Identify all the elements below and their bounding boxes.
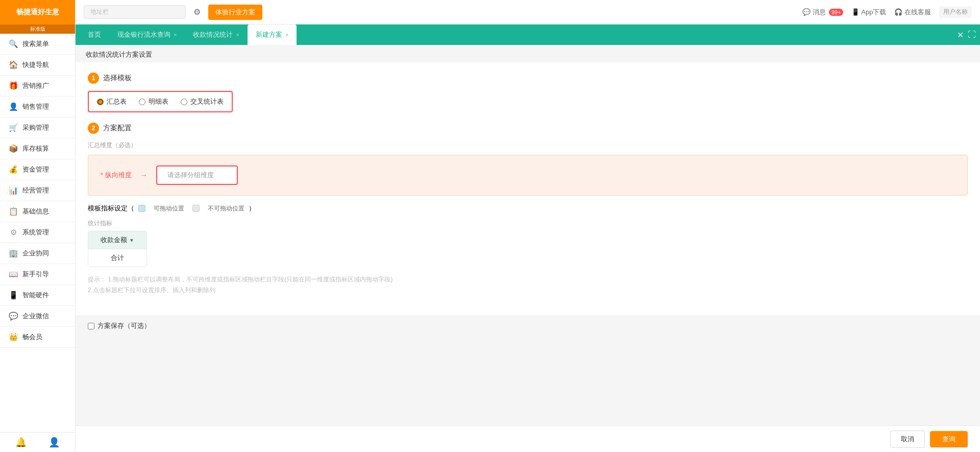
- device-icon: 📱: [8, 290, 18, 300]
- service-label: 在线客服: [904, 8, 931, 16]
- sidebar-item-purchase[interactable]: 🛒 采购管理: [0, 117, 75, 138]
- step1-num: 1: [88, 73, 99, 84]
- close-icon[interactable]: ×: [174, 32, 177, 38]
- radio-summary[interactable]: 汇总表: [97, 97, 127, 106]
- sidebar: 畅捷通好生意 标准版 🔍 搜索菜单 🏠 快捷导航 🎁 营销推广 👤 销售管理 🛒…: [0, 0, 76, 452]
- sidebar-item-inventory[interactable]: 📦 库存核算: [0, 138, 75, 159]
- save-option: 方案保存（可选）: [76, 315, 980, 337]
- step2-section: 2 方案配置 汇总维度（必选） * 纵向维度 → 请选择分组维度: [88, 123, 968, 295]
- sidebar-item-operations[interactable]: 📊 经营管理: [0, 180, 75, 201]
- main-area: 地址栏 ⚙ 体验行业方案 💬 消息 99+ 📱 App下载 🎧 在线客服 用户名…: [76, 0, 980, 452]
- service-section[interactable]: 🎧 在线客服: [894, 8, 931, 17]
- tab-bar: 首页 现金银行流水查询 × 收款情况统计 × 新建方案 × ✕ ⛶: [76, 25, 980, 45]
- industry-btn[interactable]: 体验行业方案: [208, 5, 262, 20]
- template-options: 汇总表 明细表 交叉统计表: [88, 91, 233, 112]
- sidebar-item-hardware[interactable]: 📱 智能硬件: [0, 285, 75, 306]
- sidebar-item-enterprise[interactable]: 🏢 企业协同: [0, 243, 75, 264]
- sidebar-item-marketing[interactable]: 🎁 营销推广: [0, 76, 75, 97]
- sidebar-logo-text: 畅捷通好生意: [16, 8, 59, 17]
- radio-cross-label: 交叉统计表: [190, 97, 224, 106]
- sidebar-item-nav[interactable]: 🏠 快捷导航: [0, 55, 75, 76]
- indicator-settings-header: 模板指标设定（ 可拖动位置 不可拖动位置 ）: [88, 204, 968, 213]
- message-badge: 99+: [829, 9, 844, 16]
- tip-2: 2.点击标题栏下拉可设置排序、插入列和删除列: [88, 286, 968, 295]
- save-checkbox[interactable]: [88, 323, 94, 329]
- maximize-icon[interactable]: ⛶: [968, 30, 976, 40]
- indicator-table-section: 统计指标 收款金额 ▼ 合计: [88, 219, 968, 267]
- radio-detail[interactable]: 明细表: [139, 97, 168, 106]
- content-area: 收款情况统计方案设置 1 选择模板 汇总表 明细表: [76, 45, 980, 425]
- radio-summary-input[interactable]: [97, 99, 104, 105]
- query-button[interactable]: 查询: [930, 431, 968, 447]
- tab-home[interactable]: 首页: [80, 25, 109, 45]
- chart-icon: 📊: [8, 185, 18, 196]
- sidebar-item-label: 企业微信: [22, 312, 49, 321]
- close-icon[interactable]: ×: [236, 32, 239, 38]
- step1-title: 选择模板: [103, 74, 132, 83]
- indicator-table-body: 合计: [88, 249, 146, 267]
- radio-cross-input[interactable]: [181, 99, 187, 105]
- download-section[interactable]: 📱 App下载: [851, 8, 886, 17]
- sidebar-item-label: 经营管理: [22, 186, 49, 195]
- user-icon: 👤: [8, 102, 18, 112]
- close-icon[interactable]: ×: [285, 32, 288, 38]
- arrow-icon: →: [140, 171, 148, 180]
- sidebar-bottom-right[interactable]: 👤: [48, 437, 60, 448]
- tab-new-plan[interactable]: 新建方案 ×: [248, 25, 297, 45]
- step2-header: 2 方案配置: [88, 123, 968, 134]
- legend-close-paren: ）: [249, 204, 255, 213]
- dimension-area: * 纵向维度 → 请选择分组维度: [88, 155, 968, 196]
- header-left: 地址栏 ⚙ 体验行业方案: [84, 5, 262, 20]
- tab-cashflow[interactable]: 现金银行流水查询 ×: [109, 25, 185, 45]
- dimension-select[interactable]: 请选择分组维度: [156, 165, 238, 185]
- sidebar-item-label: 资金管理: [22, 165, 49, 174]
- sidebar-item-label: 营销推广: [22, 81, 49, 90]
- cancel-button[interactable]: 取消: [890, 431, 925, 448]
- gift-icon: 🎁: [8, 81, 18, 91]
- page-header: 收款情况统计方案设置: [76, 45, 980, 62]
- step1-section: 1 选择模板 汇总表 明细表 交叉统计表: [88, 73, 968, 112]
- bottom-bar: 取消 查询: [76, 425, 980, 452]
- legend-items: 可拖动位置 不可拖动位置: [138, 204, 244, 213]
- radio-detail-input[interactable]: [139, 99, 145, 105]
- sidebar-item-label: 快捷导航: [22, 60, 49, 69]
- sidebar-item-guide[interactable]: 📖 新手引导: [0, 264, 75, 285]
- indicator-header-cell[interactable]: 收款金额 ▼: [88, 231, 146, 249]
- sidebar-bottom-left[interactable]: 🔔: [15, 437, 27, 448]
- book-icon: 📖: [8, 269, 18, 279]
- sidebar-item-system[interactable]: ⚙ 系统管理: [0, 222, 75, 243]
- sidebar-item-label: 新手引导: [22, 270, 49, 279]
- indicator-total-cell: 合计: [88, 249, 146, 267]
- breadcrumb: 收款情况统计方案设置: [86, 51, 152, 58]
- sidebar-item-basic-info[interactable]: 📋 基础信息: [0, 201, 75, 222]
- settings-button[interactable]: ⚙: [190, 5, 204, 19]
- sidebar-item-member[interactable]: 👑 畅会员: [0, 327, 75, 348]
- indicator-section-label: 统计指标: [88, 219, 968, 228]
- cart-icon: 🛒: [8, 123, 18, 133]
- tab-new-plan-label: 新建方案: [256, 30, 282, 39]
- tip-1: 提示： 1.拖动标题栏可以调整布局，不可跨维度或指标区域拖动栏目字段(只能在同一…: [88, 275, 968, 284]
- sidebar-item-label: 系统管理: [22, 228, 49, 237]
- dimension-label-text: 汇总维度（必选）: [88, 141, 137, 149]
- user-name: 用户名称: [939, 6, 972, 18]
- sidebar-item-label: 库存核算: [22, 144, 49, 153]
- address-bar[interactable]: 地址栏: [84, 5, 186, 19]
- legend-non-draggable-box: [192, 205, 200, 212]
- message-section[interactable]: 💬 消息 99+: [802, 8, 843, 17]
- indicator-table-header: 收款金额 ▼: [88, 231, 146, 249]
- home-icon: 🏠: [8, 60, 18, 70]
- sidebar-item-wechat[interactable]: 💬 企业微信: [0, 306, 75, 327]
- money-icon: 💰: [8, 164, 18, 175]
- clipboard-icon: 📋: [8, 206, 18, 217]
- sidebar-item-sales[interactable]: 👤 销售管理: [0, 97, 75, 117]
- sidebar-item-finance[interactable]: 💰 资金管理: [0, 159, 75, 180]
- radio-cross[interactable]: 交叉统计表: [181, 97, 224, 106]
- step1-header: 1 选择模板: [88, 73, 968, 84]
- download-label: App下载: [861, 8, 886, 16]
- close-window-icon[interactable]: ✕: [957, 30, 964, 40]
- sidebar-item-search[interactable]: 🔍 搜索菜单: [0, 34, 75, 55]
- indicator-settings-label: 模板指标设定（: [88, 204, 134, 213]
- tab-home-label: 首页: [88, 30, 101, 39]
- tab-collection[interactable]: 收款情况统计 ×: [185, 25, 247, 45]
- vertical-label: * 纵向维度: [101, 171, 132, 180]
